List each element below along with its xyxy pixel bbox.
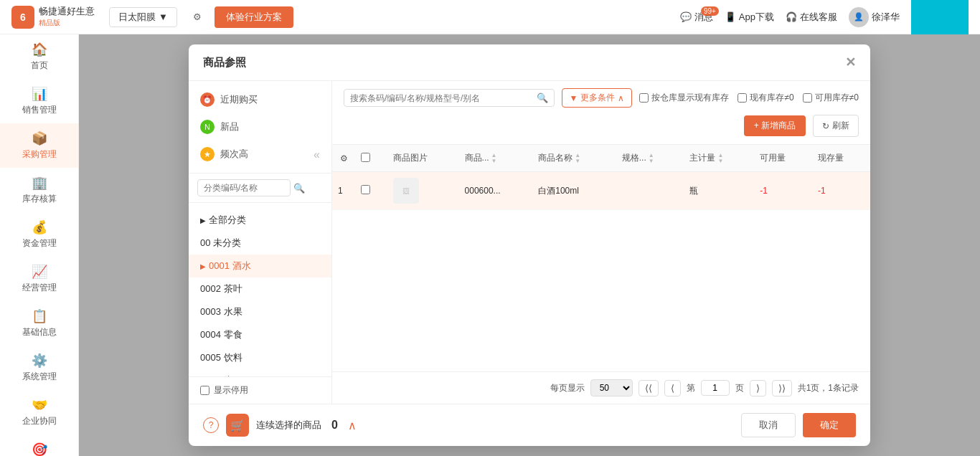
- table-row[interactable]: 1 🖼 000600... 白酒100ml 瓶: [332, 172, 870, 210]
- continuous-label: 连续选择的商品: [256, 419, 321, 432]
- modal-close-button[interactable]: ✕: [845, 54, 856, 70]
- category-item-unclassified[interactable]: 00 未分类: [189, 232, 331, 255]
- cancel-btn[interactable]: 取消: [741, 413, 796, 437]
- teal-action-block[interactable]: [911, 0, 969, 34]
- product-search-input[interactable]: [350, 93, 534, 103]
- show-disabled-checkbox[interactable]: [200, 386, 209, 395]
- modal-title: 商品参照: [203, 56, 246, 70]
- category-search-icon[interactable]: 🔍: [293, 183, 305, 194]
- th-spec[interactable]: 规格... ▲▼: [616, 145, 684, 172]
- app-download-btn[interactable]: 📱 App下载: [725, 11, 774, 24]
- collapse-left-panel-btn[interactable]: «: [302, 143, 331, 167]
- experience-btn[interactable]: 体验行业方案: [215, 6, 293, 28]
- product-table-area: ⚙ 商品图片 商品... ▲▼: [332, 145, 870, 371]
- right-panel: 🔍 ▼ 更多条件 ∧ 按仓库显示现有库存: [332, 81, 870, 404]
- nav-dropdown[interactable]: 日太阳膜 ▼: [109, 7, 177, 27]
- confirm-btn[interactable]: 确定: [803, 413, 856, 437]
- product-search-bar: 🔍: [344, 89, 555, 107]
- th-image: 商品图片: [387, 145, 459, 172]
- select-all-checkbox[interactable]: [361, 153, 370, 162]
- check-warehouse-label[interactable]: 按仓库显示现有库存: [639, 92, 729, 104]
- th-settings[interactable]: ⚙: [332, 145, 355, 172]
- category-item-liquor[interactable]: ▶ 0001 酒水: [189, 255, 331, 277]
- modal: 商品参照 ✕ ⏰ 近期购买: [189, 44, 870, 446]
- page-first-btn[interactable]: ⟨⟨: [639, 380, 659, 396]
- sidebar-item-sales[interactable]: 📊 销售管理: [0, 79, 78, 123]
- more-filter-btn[interactable]: ▼ 更多条件 ∧: [562, 88, 633, 108]
- nav-right: 💬 消息 99+ 📱 App下载 🎧 在线客服 👤 徐泽华: [680, 0, 969, 34]
- recent-icon: ⏰: [200, 92, 215, 107]
- user-profile[interactable]: 👤 徐泽华: [849, 7, 900, 27]
- active-expand-icon: ▶: [200, 262, 206, 270]
- category-item-tea[interactable]: 0002 茶叶: [189, 277, 331, 300]
- check-available-label[interactable]: 可用库存≠0: [803, 92, 859, 104]
- page-prev-btn[interactable]: ⟨: [664, 380, 681, 396]
- th-name[interactable]: 商品名称 ▲▼: [532, 145, 616, 172]
- tab-new-products[interactable]: N 新品: [189, 114, 302, 140]
- cart-icon[interactable]: 🛒: [226, 414, 249, 437]
- messages-btn[interactable]: 💬 消息 99+: [680, 11, 713, 24]
- purchase-icon: 📦: [32, 130, 47, 146]
- add-product-btn[interactable]: + 新增商品: [744, 115, 806, 136]
- refresh-btn[interactable]: ↻ 刷新: [813, 115, 859, 137]
- check-stock-input[interactable]: [738, 93, 747, 103]
- pagination: 每页显示 50 100 200 ⟨⟨ ⟨ 第 页 ⟩: [332, 371, 870, 404]
- basic-info-icon: 📋: [32, 308, 47, 324]
- sidebar-item-business[interactable]: 📈 经营管理: [0, 257, 78, 301]
- sidebar-item-system[interactable]: ⚙️ 系统管理: [0, 346, 78, 390]
- category-tree: ▶ 全部分类 00 未分类 ▶ 0001 酒水 0002 茶: [189, 203, 331, 376]
- sidebar-item-home[interactable]: 🏠 首页: [0, 34, 78, 79]
- td-available: -1: [754, 172, 812, 210]
- category-item-fruit[interactable]: 0003 水果: [189, 300, 331, 323]
- category-item-all[interactable]: ▶ 全部分类: [189, 209, 331, 232]
- sidebar-item-finance[interactable]: 💰 资金管理: [0, 212, 78, 257]
- settings-icon[interactable]: ⚙: [186, 6, 209, 29]
- sidebar-item-enterprise[interactable]: 🤝 企业协同: [0, 390, 78, 434]
- th-unit[interactable]: 主计量 ▲▼: [684, 145, 754, 172]
- product-table: ⚙ 商品图片 商品... ▲▼: [332, 145, 870, 210]
- td-code: 000600...: [459, 172, 533, 210]
- th-stock: 现存量: [812, 145, 870, 172]
- td-unit: 瓶: [684, 172, 754, 210]
- refresh-icon: ↻: [822, 121, 829, 131]
- sidebar-item-inventory[interactable]: 🏢 库存核算: [0, 168, 78, 212]
- tab-recent-purchase[interactable]: ⏰ 近期购买: [189, 87, 302, 113]
- category-item-snack[interactable]: 0004 零食: [189, 323, 331, 346]
- sidebar-item-label: 库存核算: [22, 193, 57, 205]
- td-name: 白酒100ml: [532, 172, 616, 210]
- check-warehouse-input[interactable]: [639, 93, 649, 103]
- guide-icon: 🎯: [32, 442, 47, 456]
- sidebar-item-label: 经营管理: [22, 282, 57, 294]
- per-page-select[interactable]: 50 100 200: [590, 379, 633, 396]
- phone-icon: 📱: [725, 11, 736, 22]
- check-stock-label[interactable]: 现有库存≠0: [738, 92, 793, 104]
- th-code[interactable]: 商品... ▲▼: [459, 145, 533, 172]
- tab-frequent-products[interactable]: ★ 频次高: [189, 141, 302, 167]
- sidebar-item-purchase[interactable]: 📦 采购管理: [0, 123, 78, 168]
- category-item-water[interactable]: 0008 水: [189, 369, 331, 376]
- modal-body: ⏰ 近期购买 N 新品 ★ 频次高: [189, 81, 870, 404]
- check-available-input[interactable]: [803, 93, 812, 103]
- help-icon[interactable]: ?: [203, 417, 219, 433]
- left-tabs: ⏰ 近期购买 N 新品 ★ 频次高: [189, 81, 331, 174]
- modal-footer: ? 🛒 连续选择的商品 0 ∧ 取消 确定: [189, 404, 870, 446]
- footer-left: ? 🛒 连续选择的商品 0 ∧: [203, 414, 357, 437]
- page-next-btn[interactable]: ⟩: [750, 380, 766, 396]
- row-checkbox[interactable]: [361, 185, 370, 194]
- left-panel: ⏰ 近期购买 N 新品 ★ 频次高: [189, 81, 332, 404]
- sidebar-item-label: 基础信息: [22, 326, 57, 338]
- category-item-beverage[interactable]: 0005 饮料: [189, 346, 331, 369]
- product-search-icon[interactable]: 🔍: [537, 92, 548, 103]
- category-search-input[interactable]: [197, 179, 291, 196]
- table-header-row: ⚙ 商品图片 商品... ▲▼: [332, 145, 870, 172]
- page-input[interactable]: [701, 380, 730, 396]
- sidebar-item-label: 企业协同: [22, 415, 57, 427]
- system-icon: ⚙️: [32, 353, 47, 369]
- page-label: 第: [687, 382, 695, 394]
- online-service-btn[interactable]: 🎧 在线客服: [786, 11, 837, 24]
- collapse-footer-btn[interactable]: ∧: [348, 419, 357, 432]
- page-last-btn[interactable]: ⟩⟩: [772, 380, 792, 396]
- sidebar-item-guide[interactable]: 🎯 新手引导: [0, 434, 78, 456]
- filter-checkboxes: 按仓库显示现有库存 现有库存≠0 可用库存≠0: [639, 92, 859, 104]
- sidebar-item-basic-info[interactable]: 📋 基础信息: [0, 301, 78, 346]
